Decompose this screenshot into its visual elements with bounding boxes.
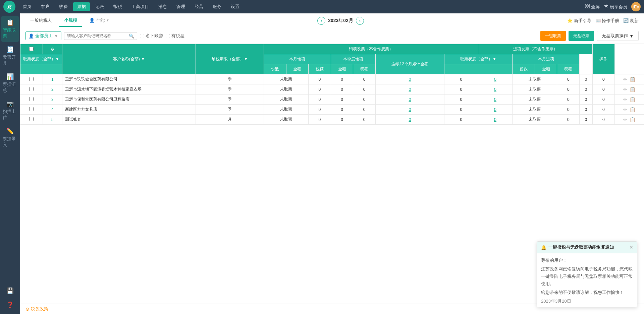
member-btn[interactable]: 畅享会员 <box>604 4 627 10</box>
detail-icon-3[interactable]: 📋 <box>630 107 635 112</box>
refresh-btn[interactable]: 🔄 刷新 <box>623 18 639 24</box>
notification-close-btn[interactable]: × <box>630 244 633 250</box>
row-checkbox-cell-4[interactable] <box>20 115 43 125</box>
sidebar-item-invoice-entry[interactable]: ✏️ 票据录入 <box>1 125 19 150</box>
detail-icon-0[interactable]: 📋 <box>630 77 635 82</box>
nav-fees[interactable]: 收费 <box>55 2 72 11</box>
row-purchase-tax-2: 0 <box>592 95 615 105</box>
nav-service[interactable]: 服务 <box>209 2 225 11</box>
tab-general-taxpayer[interactable]: 一般纳税人 <box>25 15 57 27</box>
row-fetch-status-sales-0: 未取票 <box>264 74 308 84</box>
small-scale-label: 小规模 <box>64 17 77 23</box>
row-checkbox-cell-0[interactable] <box>20 74 43 84</box>
row-checkbox-4[interactable] <box>29 117 34 121</box>
row-customer-4: 测试账套 <box>62 115 196 125</box>
th-sales-tax: 税额 <box>309 64 331 74</box>
row-fetch-status-purchase-4: 未取票 <box>513 115 557 125</box>
row-sales-tax-3: 0 <box>353 105 376 115</box>
top-nav: 财 首页 客户 收费 票据 记账 报税 工商项目 消息 管理 经营 服务 设置 … <box>0 0 644 13</box>
row-fetch-status-purchase-1: 未取票 <box>513 84 557 95</box>
no-disk-ops-arrow: ▼ <box>629 34 634 39</box>
notification-panel: 🔔 一键报税与无盘取票功能恢复通知 × 尊敬的用户： 江苏政务网已恢复访问电子税… <box>537 241 637 307</box>
sidebar-item-bottom-help[interactable]: ❓ <box>1 299 19 311</box>
th-check-all[interactable] <box>20 44 43 54</box>
search-input[interactable] <box>67 34 127 38</box>
edit-icon-2[interactable]: ✏ <box>623 97 627 102</box>
sub-tab-right-actions: ⭐ 新手引导 📖 操作手册 🔄 刷新 <box>567 18 639 24</box>
edit-icon-1[interactable]: ✏ <box>623 87 627 92</box>
no-disk-ops-btn[interactable]: 无盘取票操作 ▼ <box>597 31 639 41</box>
detail-icon-1[interactable]: 📋 <box>630 87 635 92</box>
employee-filter[interactable]: 👤 全部员工 ▼ <box>25 32 61 40</box>
row-ops-4: ✏ 📋 <box>615 115 644 125</box>
row-checkbox-2[interactable] <box>29 97 34 101</box>
next-period-btn[interactable]: › <box>356 17 364 25</box>
no-disk-fetch-btn[interactable]: 无盘取票 <box>569 31 594 41</box>
nav-tax[interactable]: 报税 <box>109 2 126 11</box>
detail-icon-2[interactable]: 📋 <box>630 97 635 102</box>
row-checkbox-cell-2[interactable] <box>20 95 43 105</box>
one-key-fetch-btn[interactable]: 一键取票 <box>540 31 566 41</box>
nav-customer[interactable]: 客户 <box>37 2 54 11</box>
sidebar-item-scan-upload[interactable]: 📷 扫描上传 <box>1 98 19 123</box>
nav-settings[interactable]: 设置 <box>227 2 244 11</box>
sidebar-item-label-smart-fetch: 智能取票 <box>3 27 17 39</box>
has-taxdisk-checkbox[interactable] <box>166 34 170 38</box>
row-sales-tax-4: 0 <box>353 115 376 125</box>
row-checkbox-3[interactable] <box>29 107 34 111</box>
row-checkbox-cell-1[interactable] <box>20 84 43 95</box>
period-text: 2023年02月 <box>328 18 353 24</box>
bottom-help-icon: ❓ <box>6 301 14 309</box>
th-settings[interactable]: ⚙ <box>43 44 62 54</box>
user-avatar[interactable]: tEa <box>631 2 641 11</box>
edit-icon-0[interactable]: ✏ <box>623 77 627 82</box>
all-in-one-label: 全能 <box>96 17 105 23</box>
svg-rect-4 <box>586 7 587 8</box>
tab-all-in-one[interactable]: 👤 全能 ▼ <box>85 15 114 27</box>
sidebar-item-invoice-summary[interactable]: 📊 票据汇总 <box>1 70 19 96</box>
th-consecutive12: 连续12个月累计金额 <box>375 54 444 74</box>
row-checkbox-cell-3[interactable] <box>20 105 43 115</box>
svg-rect-3 <box>588 4 590 5</box>
nav-manage[interactable]: 管理 <box>172 2 189 11</box>
notification-bell-icon: 🔔 <box>541 245 546 250</box>
row-checkbox-0[interactable] <box>29 77 34 81</box>
nav-invoice[interactable]: 票据 <box>73 2 90 11</box>
detail-icon-4[interactable]: 📋 <box>630 117 635 122</box>
nav-home[interactable]: 首页 <box>19 2 36 11</box>
new-guide-btn[interactable]: ⭐ 新手引导 <box>567 18 591 24</box>
row-customer-0: 卫辉市玖玖健合医药有限公司 <box>62 74 196 84</box>
nav-operation[interactable]: 经营 <box>191 2 207 11</box>
all-in-one-icon: 👤 <box>89 18 95 23</box>
th-quarter-amount: 金额 <box>331 64 353 74</box>
row-sales-amount-4: 0 <box>331 115 353 125</box>
nav-bookkeeping[interactable]: 记账 <box>91 2 108 11</box>
employee-icon: 👤 <box>29 34 34 39</box>
bottom-settings-icon: 💾 <box>6 287 14 295</box>
sidebar-item-smart-fetch[interactable]: 📋 智能取票 <box>1 16 19 42</box>
tax-policy-link[interactable]: 税务政策 <box>31 306 48 312</box>
top-nav-items: 首页 客户 收费 票据 记账 报税 工商项目 消息 管理 经营 服务 设置 <box>19 2 585 11</box>
search-icon[interactable]: 🔍 <box>129 34 134 39</box>
sidebar-item-bottom-settings[interactable]: 💾 <box>1 285 19 297</box>
tab-small-scale[interactable]: 小规模 <box>59 15 82 27</box>
check-all-checkbox[interactable] <box>29 47 34 51</box>
th-sales-invoice: 销项发票（不含作废票） <box>264 44 478 54</box>
nav-message[interactable]: 消息 <box>154 2 171 11</box>
row-customer-1: 卫辉市汲水镇下圆潭香烟营木种植家庭农场 <box>62 84 196 95</box>
manual-btn[interactable]: 📖 操作手册 <box>595 18 620 24</box>
svg-marker-6 <box>604 4 608 8</box>
prev-period-btn[interactable]: ‹ <box>317 17 325 25</box>
fullscreen-btn[interactable]: 全屏 <box>585 4 600 10</box>
manual-label: 操作手册 <box>602 18 619 23</box>
sidebar-item-invoice-open[interactable]: 🧾 发票开具 <box>1 43 19 69</box>
checkbox-my-accounts[interactable]: 名下账套 <box>140 33 163 39</box>
checkbox-has-taxdisk[interactable]: 有税盘 <box>166 33 184 39</box>
nav-business[interactable]: 工商项目 <box>127 2 153 11</box>
row-checkbox-1[interactable] <box>29 87 34 91</box>
edit-icon-4[interactable]: ✏ <box>623 117 627 122</box>
edit-icon-3[interactable]: ✏ <box>623 107 627 112</box>
row-sales-copies-1: 0 <box>309 84 331 95</box>
row-tax-period-2: 季 <box>196 95 264 105</box>
my-accounts-checkbox[interactable] <box>140 34 144 38</box>
